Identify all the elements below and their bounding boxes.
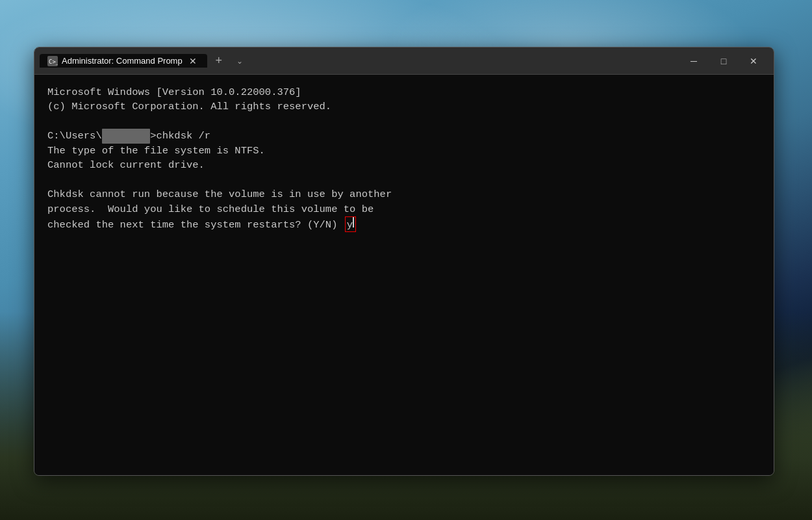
- terminal-body[interactable]: Microsoft Windows [Version 10.0.22000.37…: [34, 75, 774, 475]
- tab-close-button[interactable]: ✕: [186, 55, 199, 67]
- close-button[interactable]: ✕: [739, 51, 768, 72]
- terminal-line-9: checked the next time the system restart…: [47, 216, 761, 232]
- tab-title: Administrator: Command Promp: [62, 56, 183, 66]
- prompt-prefix: C:\Users\: [47, 129, 102, 143]
- terminal-line-8: process. Would you like to schedule this…: [47, 202, 761, 216]
- maximize-button[interactable]: □: [709, 51, 739, 72]
- terminal-line-4: The type of the file system is NTFS.: [47, 144, 761, 158]
- username-redacted: [102, 129, 150, 143]
- cmd-window: C>_ Administrator: Command Promp ✕ + ⌄ ─…: [34, 47, 774, 476]
- terminal-blank-2: [47, 173, 761, 187]
- titlebar: C>_ Administrator: Command Promp ✕ + ⌄ ─…: [34, 47, 774, 75]
- terminal-line-3: C:\Users\ >chkdsk /r: [47, 129, 761, 143]
- terminal-input-highlight: y: [345, 216, 356, 232]
- terminal-blank-1: [47, 114, 761, 129]
- terminal-prompt-text: checked the next time the system restart…: [47, 218, 344, 232]
- terminal-line-1: Microsoft Windows [Version 10.0.22000.37…: [47, 85, 761, 99]
- terminal-input-value: y: [347, 219, 353, 231]
- terminal-line-7: Chkdsk cannot run because the volume is …: [47, 187, 761, 202]
- prompt-command: >chkdsk /r: [150, 129, 210, 143]
- minimize-button[interactable]: ─: [679, 51, 709, 72]
- new-tab-button[interactable]: +: [207, 54, 231, 68]
- tab-area: C>_ Administrator: Command Promp ✕ + ⌄: [40, 54, 359, 68]
- window-controls: ─ □ ✕: [679, 51, 768, 72]
- svg-text:C>_: C>_: [49, 58, 58, 65]
- tab-dropdown-button[interactable]: ⌄: [231, 54, 249, 68]
- active-tab[interactable]: C>_ Administrator: Command Promp ✕: [40, 54, 207, 68]
- terminal-line-5: Cannot lock current drive.: [47, 158, 761, 172]
- terminal-line-2: (c) Microsoft Corporation. All rights re…: [47, 99, 761, 114]
- cursor: [353, 217, 354, 228]
- cmd-tab-icon: C>_: [47, 56, 58, 66]
